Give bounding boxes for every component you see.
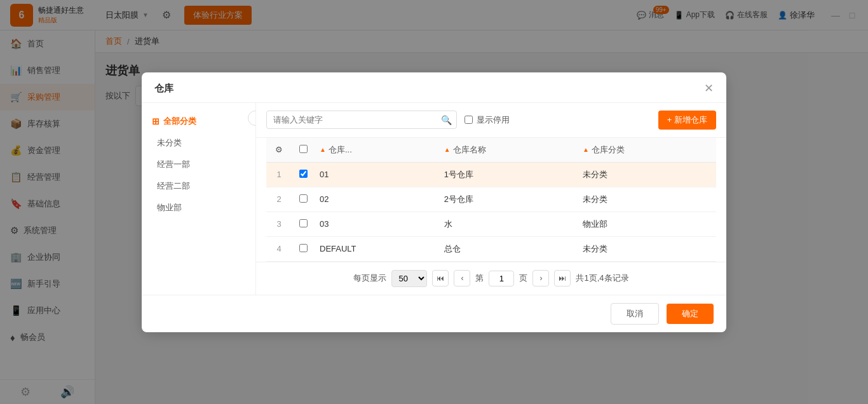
table-row[interactable]: 3 03 水 物业部 bbox=[266, 212, 716, 236]
row-name: 1号仓库 bbox=[439, 162, 578, 187]
th-check bbox=[292, 138, 315, 163]
table-body: 1 01 1号仓库 未分类 2 02 2号仓库 未分类 3 03 水 物业部 4 bbox=[266, 162, 716, 261]
show-disabled-checkbox[interactable] bbox=[465, 116, 473, 124]
row-code: DEFAULT bbox=[315, 236, 439, 261]
row-check[interactable] bbox=[292, 187, 315, 212]
category-property[interactable]: 物业部 bbox=[142, 197, 255, 219]
row-name: 总仓 bbox=[439, 236, 578, 261]
modal-overlay: 仓库 ✕ 《 ⊞ 全部分类 未分类 经营一部 经营二部 物业部 bbox=[0, 0, 868, 404]
row-number: 1 bbox=[266, 162, 292, 187]
category-ops1[interactable]: 经营一部 bbox=[142, 154, 255, 175]
add-warehouse-button[interactable]: + 新增仓库 bbox=[658, 111, 716, 130]
modal-header: 仓库 ✕ bbox=[142, 72, 726, 103]
warehouse-table-wrap: ⚙ ▲ 仓库... bbox=[256, 138, 726, 262]
th-settings: ⚙ bbox=[266, 138, 292, 163]
row-checkbox[interactable] bbox=[299, 244, 308, 252]
row-code: 03 bbox=[315, 212, 439, 236]
row-name: 水 bbox=[439, 212, 578, 236]
category-uncategorized[interactable]: 未分类 bbox=[142, 132, 255, 154]
confirm-button[interactable]: 确定 bbox=[667, 304, 714, 324]
category-all[interactable]: ⊞ 全部分类 bbox=[142, 111, 255, 132]
select-all-checkbox[interactable] bbox=[299, 145, 308, 153]
search-button[interactable]: 🔍 bbox=[441, 115, 452, 125]
search-input-wrapper: 🔍 bbox=[266, 111, 457, 129]
row-check[interactable] bbox=[292, 236, 315, 261]
grid-icon: ⊞ bbox=[152, 116, 159, 126]
sort-name-icon: ▲ bbox=[444, 146, 451, 153]
row-code: 01 bbox=[315, 162, 439, 187]
modal-main-panel: 🔍 显示停用 + 新增仓库 ⚙ bbox=[256, 103, 726, 295]
sort-icon: ▲ bbox=[320, 146, 326, 153]
row-category: 未分类 bbox=[578, 236, 716, 261]
sort-cat-icon: ▲ bbox=[583, 146, 589, 153]
last-page-button[interactable]: ⏭ bbox=[554, 270, 571, 286]
row-category: 物业部 bbox=[578, 212, 716, 236]
modal-title: 仓库 bbox=[154, 83, 173, 95]
row-number: 2 bbox=[266, 187, 292, 212]
modal-close-button[interactable]: ✕ bbox=[704, 83, 714, 94]
pagination: 每页显示 50 20 100 ⏮ ‹ 第 页 › ⏭ 共1页,4条记录 bbox=[256, 262, 726, 295]
warehouse-table: ⚙ ▲ 仓库... bbox=[266, 138, 716, 262]
category-ops2[interactable]: 经营二部 bbox=[142, 175, 255, 197]
row-check[interactable] bbox=[292, 162, 315, 187]
row-category: 未分类 bbox=[578, 187, 716, 212]
table-row[interactable]: 2 02 2号仓库 未分类 bbox=[266, 187, 716, 212]
page-unit: 页 bbox=[519, 273, 527, 284]
row-checkbox[interactable] bbox=[299, 219, 308, 227]
row-check[interactable] bbox=[292, 212, 315, 236]
page-label: 第 bbox=[475, 273, 484, 284]
table-row[interactable]: 1 01 1号仓库 未分类 bbox=[266, 162, 716, 187]
warehouse-modal: 仓库 ✕ 《 ⊞ 全部分类 未分类 经营一部 经营二部 物业部 bbox=[142, 72, 726, 332]
search-input[interactable] bbox=[266, 111, 457, 129]
row-name: 2号仓库 bbox=[439, 187, 578, 212]
first-page-button[interactable]: ⏮ bbox=[432, 270, 449, 286]
show-disabled-label: 显示停用 bbox=[465, 114, 510, 126]
modal-search-bar: 🔍 显示停用 + 新增仓库 bbox=[256, 103, 726, 138]
category-sidebar: 《 ⊞ 全部分类 未分类 经营一部 经营二部 物业部 bbox=[142, 103, 256, 295]
row-code: 02 bbox=[315, 187, 439, 212]
row-checkbox[interactable] bbox=[299, 194, 308, 203]
row-category: 未分类 bbox=[578, 162, 716, 187]
per-page-label: 每页显示 bbox=[353, 273, 386, 284]
table-header: ⚙ ▲ 仓库... bbox=[266, 138, 716, 163]
th-category: ▲ 仓库分类 bbox=[578, 138, 716, 163]
table-row[interactable]: 4 DEFAULT 总仓 未分类 bbox=[266, 236, 716, 261]
cancel-button[interactable]: 取消 bbox=[611, 303, 659, 325]
prev-page-button[interactable]: ‹ bbox=[454, 270, 470, 286]
total-info: 共1页,4条记录 bbox=[576, 273, 628, 284]
modal-footer: 取消 确定 bbox=[142, 295, 726, 332]
th-name: ▲ 仓库名称 bbox=[439, 138, 578, 163]
row-number: 3 bbox=[266, 212, 292, 236]
per-page-select[interactable]: 50 20 100 bbox=[391, 270, 427, 287]
modal-body: 《 ⊞ 全部分类 未分类 经营一部 经营二部 物业部 🔍 bbox=[142, 103, 726, 295]
row-number: 4 bbox=[266, 236, 292, 261]
row-checkbox[interactable] bbox=[299, 170, 308, 178]
next-page-button[interactable]: › bbox=[532, 270, 549, 286]
th-code: ▲ 仓库... bbox=[315, 138, 439, 163]
page-number-input[interactable] bbox=[489, 271, 514, 286]
